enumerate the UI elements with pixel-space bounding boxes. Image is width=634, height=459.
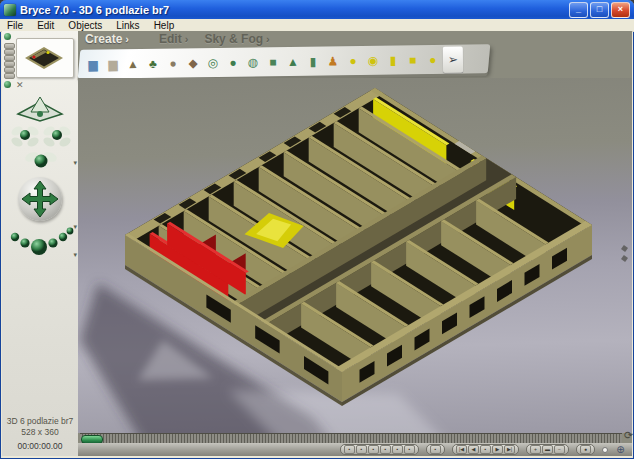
convert-arrow-icon[interactable]: ➢ — [443, 46, 463, 72]
range-group: +▬− — [526, 444, 569, 455]
terrain-icon[interactable]: ▲ — [123, 50, 143, 76]
family-top-dot-icon[interactable] — [4, 33, 11, 40]
render-resolution-label: 528 x 360 — [2, 427, 78, 438]
control-sidebar: ✕ — [2, 31, 79, 456]
chevron-icon: › — [185, 33, 189, 45]
playback-button[interactable]: |◀ — [456, 445, 467, 454]
flyout-triangle-icon[interactable]: ▾ — [73, 159, 77, 167]
lattice-icon[interactable]: ◆ — [183, 50, 203, 76]
view-control-pyramid[interactable] — [12, 91, 68, 127]
memory-dots-button[interactable]: ▪ — [404, 445, 415, 454]
av-group: ● — [576, 444, 595, 455]
tree-icon[interactable]: ♣ — [143, 50, 163, 76]
flat-sphere-icon[interactable]: ◍ — [243, 49, 263, 75]
memory-dots-button[interactable]: ▪ — [380, 445, 391, 454]
water-plane-icon[interactable]: ▆ — [83, 51, 103, 77]
options-dot-icon[interactable] — [602, 447, 608, 453]
playback-button[interactable]: ▪ — [480, 445, 491, 454]
scene-viewport[interactable] — [78, 78, 632, 433]
av-button[interactable]: ● — [580, 445, 591, 454]
memory-dots-button[interactable]: ▪ — [356, 445, 367, 454]
selection-tool-icon[interactable]: ✕ — [16, 80, 28, 90]
blob-icon[interactable]: ◉ — [363, 47, 383, 73]
playback-button[interactable]: ▶| — [504, 445, 515, 454]
close-button[interactable]: × — [611, 2, 630, 18]
memory-dots-button[interactable]: ▪ — [392, 445, 403, 454]
playback-button[interactable]: ▶ — [492, 445, 503, 454]
scene-preview-thumbnail[interactable] — [16, 38, 74, 78]
menu-links[interactable]: Links — [109, 20, 146, 31]
tab-sky-fog[interactable]: Sky & Fog› — [204, 32, 269, 46]
tab-edit[interactable]: Edit› — [159, 32, 188, 46]
rotate-control-center[interactable] — [24, 147, 58, 179]
family-button[interactable] — [4, 73, 15, 79]
timeline-loop-icon[interactable]: ⟳ — [624, 429, 633, 442]
figure-icon[interactable]: ♟ — [323, 48, 343, 74]
flyout-triangle-icon[interactable]: ▾ — [73, 251, 77, 259]
main-area: Create› Edit› Sky & Fog› ▆▆▲♣●◆◎●◍■▲▮♟●◉… — [78, 31, 632, 456]
family-bottom-dot-icon[interactable] — [4, 81, 11, 88]
marker-button[interactable]: ▪ — [430, 445, 441, 454]
scene-info-footer: 3D 6 podlazie br7 528 x 360 00:00:00.00 — [2, 416, 78, 452]
menu-objects[interactable]: Objects — [61, 20, 109, 31]
memory-dots-button[interactable]: ▪ — [344, 445, 355, 454]
metaball-icon[interactable]: ● — [343, 47, 363, 73]
bryce-app-window: Bryce 7.0 - 3D 6 podlazie br7 _ □ × File… — [0, 0, 634, 459]
title-bar[interactable]: Bryce 7.0 - 3D 6 podlazie br7 _ □ × — [0, 0, 634, 19]
scene-preview-render — [17, 39, 71, 75]
app-icon — [4, 4, 16, 16]
yellow-cylinder-icon[interactable]: ▮ — [383, 47, 403, 73]
camera-preset-spheres[interactable] — [4, 224, 76, 262]
rock-icon[interactable]: ● — [163, 50, 183, 76]
cylinder-icon[interactable]: ▮ — [303, 48, 323, 74]
chevron-icon: › — [266, 33, 270, 45]
tab-create[interactable]: Create› — [85, 32, 129, 46]
animation-controls-bar: ⊕ ▪▪▪▪▪▪▪|◀◀▪▶▶|+▬−● — [78, 443, 632, 456]
scene-name-label: 3D 6 podlazie br7 — [2, 416, 78, 427]
range-button[interactable]: ▬ — [542, 445, 553, 454]
chevron-icon: › — [125, 33, 129, 45]
playback-button[interactable]: ◀ — [468, 445, 479, 454]
torus-icon[interactable]: ◎ — [203, 49, 223, 75]
yellow-sphere-icon[interactable]: ● — [423, 46, 443, 72]
camera-trackball[interactable] — [18, 177, 62, 221]
timecode-label: 00:00:00.00 — [2, 441, 78, 452]
memory-dots-button[interactable]: ▪ — [368, 445, 379, 454]
range-button[interactable]: + — [530, 445, 541, 454]
yellow-cube-icon[interactable]: ■ — [403, 47, 423, 73]
window-title: Bryce 7.0 - 3D 6 podlazie br7 — [20, 4, 569, 16]
cube-icon[interactable]: ■ — [263, 49, 283, 75]
maximize-button[interactable]: □ — [590, 2, 609, 18]
sphere-icon[interactable]: ● — [223, 49, 243, 75]
minimize-button[interactable]: _ — [569, 2, 588, 18]
marker-group: ▪ — [426, 444, 445, 455]
menu-file[interactable]: File — [0, 20, 30, 31]
memory-dots-group: ▪▪▪▪▪▪ — [340, 444, 419, 455]
palette-tabs: Create› Edit› Sky & Fog› — [78, 31, 632, 46]
flyout-triangle-icon[interactable]: ▾ — [73, 223, 77, 231]
building-model-render — [78, 78, 632, 433]
globe-icon[interactable]: ⊕ — [615, 444, 626, 455]
ground-plane-icon[interactable]: ▆ — [103, 51, 123, 77]
menu-edit[interactable]: Edit — [30, 20, 61, 31]
cone-icon[interactable]: ▲ — [283, 48, 303, 74]
playback-group: |◀◀▪▶▶| — [452, 444, 519, 455]
range-button[interactable]: − — [554, 445, 565, 454]
menu-help[interactable]: Help — [147, 20, 182, 31]
create-object-shelf: ▆▆▲♣●◆◎●◍■▲▮♟●◉▮■●➢ — [78, 44, 491, 79]
